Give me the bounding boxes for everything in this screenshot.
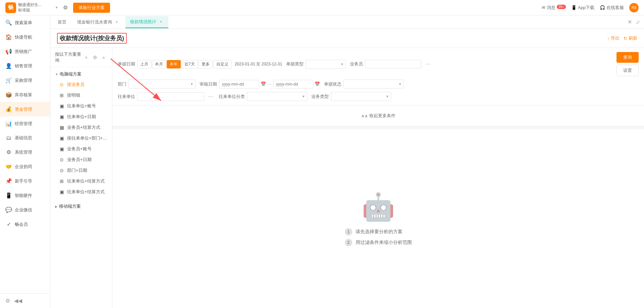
date-btn-more[interactable]: 更多 (199, 60, 213, 68)
sidebar-item-sales-mgmt[interactable]: 👤 销售管理 (0, 59, 50, 73)
app-download-btn[interactable]: 📱 App下载 (571, 5, 594, 11)
capital-mgmt-icon: 💰 (5, 106, 12, 112)
trial-button[interactable]: 体验行业方案 (73, 3, 110, 13)
scheme-settings-btn[interactable]: ⚙ (91, 54, 99, 61)
page-title-box: 收款情况统计(按业务员) (57, 33, 127, 44)
unit-account-icon: ▣ (60, 103, 65, 109)
setup-button[interactable]: 设置 (616, 65, 639, 76)
sidebar-item-capital-mgmt[interactable]: 💰 资金管理 (0, 102, 50, 116)
collapse-btn[interactable]: ∧∧ 收起更多条件 (361, 113, 395, 119)
salesperson-input[interactable] (365, 60, 421, 68)
query-actions: 查询 设置 (616, 52, 639, 76)
tab-receipt-stat-close[interactable]: × (158, 19, 164, 24)
dept-select-wrapper (128, 80, 196, 89)
filter-bar: 单据日期 上月 本月 本年 近7天 更多 自定义 2023-01-01 至 20… (112, 48, 644, 105)
sidebar-item-sys-mgmt[interactable]: ⚙ 系统管理 (0, 145, 50, 159)
tab-close-all[interactable]: ✕ (626, 17, 633, 27)
unit-settle2-icon: ▣ (60, 189, 65, 195)
doc-status-label: 单据状态 (324, 81, 341, 87)
mobile-group-arrow: ▶ (55, 205, 58, 208)
sidebar-item-ops-mgmt[interactable]: 📊 经营管理 (0, 116, 50, 131)
settings-icon-btn[interactable]: ⚙ (60, 3, 70, 13)
sidebar-item-enterprise-wechat[interactable]: 💬 企业微信 (0, 203, 50, 217)
counterpart-more-btn[interactable]: ··· (206, 94, 215, 100)
review-date-label: 审核日期 (200, 81, 217, 87)
counterpart-input[interactable] (137, 92, 204, 101)
tab-receipt-stat[interactable]: 收款情况统计 × (125, 16, 168, 28)
review-date-group: 📅 — 📅 (219, 80, 320, 89)
scheme-item-sales-date[interactable]: ⊙ 业务员+日期 (50, 154, 112, 165)
date-btn-this-year[interactable]: 本年 (167, 60, 181, 68)
right-content: 单据日期 上月 本月 本年 近7天 更多 自定义 2023-01-01 至 20… (112, 48, 644, 308)
tab-bank-flow[interactable]: 现金银行流水查询 × (72, 16, 124, 28)
user-avatar[interactable]: Rit (629, 3, 639, 12)
message-btn[interactable]: ✉ 消息 99+ (542, 5, 566, 11)
refresh-btn[interactable]: ↻ 刷新 (624, 35, 637, 41)
dept-date-icon: ⊙ (60, 168, 65, 173)
salesperson-more-btn[interactable]: ··· (423, 61, 432, 67)
sidebar-item-basic-info[interactable]: 🗂 基础信息 (0, 131, 50, 145)
sidebar-item-beginner[interactable]: 📌 新手引导 (0, 174, 50, 188)
biz-type-select[interactable] (331, 92, 391, 101)
sidebar-collapse-icon[interactable]: ◀◀ (14, 298, 22, 304)
tab-bank-flow-close[interactable]: × (114, 19, 119, 25)
scheme-item-unit-date[interactable]: ▣ 往来单位+日期 (50, 111, 112, 122)
sidebar-item-smart-hardware[interactable]: 📱 智能硬件 (0, 188, 50, 203)
review-date-to[interactable] (273, 80, 313, 89)
smart-hardware-icon: 📱 (5, 192, 12, 199)
workspace-dropdown[interactable]: ▾ (56, 5, 58, 10)
online-service-btn[interactable]: 🎧 在线客服 (600, 5, 624, 11)
sidebar-item-quick-nav[interactable]: 🏠 快捷导航 (0, 30, 50, 44)
sidebar-item-purchase-mgmt[interactable]: 🛒 采购管理 (0, 73, 50, 88)
scheme-item-unit-dept-collect[interactable]: ▣ 按往来单位+部门+收... (50, 133, 112, 144)
sidebar-item-vip[interactable]: ✓ 畅会员 (0, 217, 50, 232)
scheme-item-dept-date[interactable]: ⊙ 部门+日期 (50, 165, 112, 176)
tab-maximize[interactable]: ⤢ (635, 18, 641, 26)
date-btn-this-month[interactable]: 本月 (152, 60, 166, 68)
date-btn-7days[interactable]: 近7天 (181, 60, 198, 68)
page-header: 收款情况统计(按业务员) ↑ 导出 ↻ 刷新 (50, 29, 644, 48)
doc-type-select[interactable] (306, 60, 346, 69)
scheme-group-desktop: ▼ 电脑端方案 ⊙ 按业务员 ⊞ 按明细 ▣ (50, 67, 112, 199)
scheme-item-unit-settle1[interactable]: ⊞ 往来单位+结算方式 (50, 176, 112, 187)
top-bar-center: ▾ ⚙ 体验行业方案 (56, 3, 542, 13)
scheme-item-by-detail[interactable]: ⊞ 按明细 (50, 90, 112, 101)
export-btn[interactable]: ↑ 导出 (607, 35, 620, 41)
logo-area: 畅 畅捷通好生... 标准版 (5, 2, 56, 13)
scheme-group-desktop-title[interactable]: ▼ 电脑端方案 (50, 69, 112, 79)
basic-info-icon: 🗂 (5, 135, 12, 141)
review-date-from[interactable] (219, 80, 259, 89)
scheme-add-btn[interactable]: + (83, 54, 90, 61)
tab-home[interactable]: 首页 (53, 16, 71, 28)
scheme-item-unit-account[interactable]: ▣ 往来单位+账号 (50, 101, 112, 111)
calendar-to-icon[interactable]: 📅 (315, 82, 320, 87)
beginner-icon: 📌 (5, 178, 12, 184)
counterpart-cat-select[interactable] (247, 92, 307, 101)
calendar-from-icon[interactable]: 📅 (261, 82, 266, 87)
sidebar-item-marketing[interactable]: 📢 营销推广 (0, 44, 50, 59)
scheme-collapse-btn[interactable]: « (100, 54, 107, 61)
date-btn-custom[interactable]: 自定义 (213, 60, 231, 68)
scheme-item-by-salesperson[interactable]: ⊙ 按业务员 (50, 79, 112, 90)
dept-field: 部门 (118, 80, 196, 89)
tab-bar: 首页 现金银行流水查询 × 收款情况统计 × ✕ ⤢ (50, 15, 644, 29)
top-bar-right: ✉ 消息 99+ 📱 App下载 🎧 在线客服 Rit (542, 3, 639, 12)
unit-dept-icon: ▣ (60, 136, 65, 141)
inventory-icon: 📦 (5, 92, 12, 98)
dept-select[interactable] (128, 80, 196, 89)
scheme-item-sales-account[interactable]: ▣ 业务员+账号 (50, 144, 112, 154)
sidebar-item-enterprise-collab[interactable]: 🤝 企业协同 (0, 159, 50, 174)
page-title: 收款情况统计(按业务员) (57, 33, 127, 44)
scheme-item-unit-settle2[interactable]: ▣ 往来单位+结算方式 (50, 187, 112, 197)
query-button[interactable]: 查询 (616, 52, 639, 63)
sidebar-item-inventory[interactable]: 📦 库存核算 (0, 88, 50, 102)
scheme-group-mobile-title[interactable]: ▶ 移动端方案 (50, 201, 112, 211)
sidebar-item-search-menu[interactable]: 🔍 搜索菜单 (0, 15, 50, 30)
step-2-num: 2 (345, 239, 352, 246)
salesperson-icon: ⊙ (60, 82, 65, 87)
doc-status-select[interactable] (343, 80, 404, 89)
date-btn-last-month[interactable]: 上月 (137, 60, 151, 68)
scheme-panel-title: 按以下方案查询 (55, 51, 81, 63)
scheme-item-sales-settle[interactable]: ▦ 业务员+结算方式 (50, 122, 112, 133)
sidebar-settings-icon[interactable]: ⚙ (5, 298, 10, 304)
